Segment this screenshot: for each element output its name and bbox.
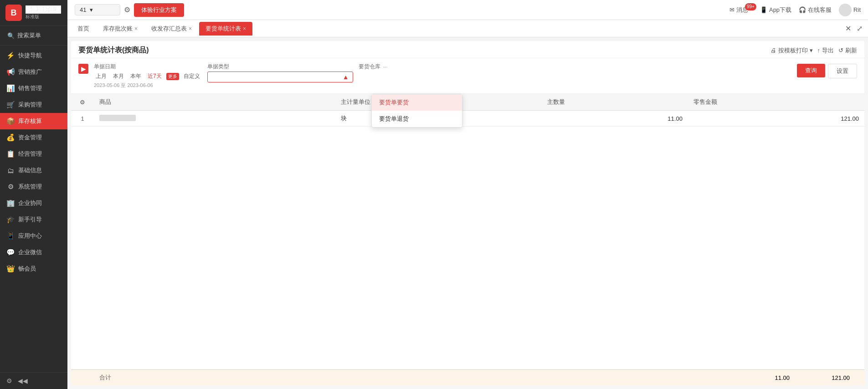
main-area: 41 ▾ ⚙ 体验行业方案 ✉ 消息 99+ 📱 App下载 🎧 在线客服 R [67, 0, 868, 389]
sidebar-item-purchase[interactable]: 🛒 采购管理 [0, 97, 67, 113]
filter-type-label: 单据类型 [207, 63, 353, 71]
query-button[interactable]: 查询 [797, 64, 825, 77]
topbar-left: 41 ▾ ⚙ 体验行业方案 [75, 3, 724, 17]
table-row: 1 块 11.00 121.00 [71, 111, 864, 127]
tab-inout-summary-close[interactable]: × [189, 26, 192, 32]
sidebar-item-operations[interactable]: 📋 经营管理 [0, 146, 67, 162]
topbar-right: ✉ 消息 99+ 📱 App下载 🎧 在线客服 Rit [729, 4, 861, 16]
filter-expand-button[interactable]: ▶ [78, 64, 88, 74]
collapse-sidebar-button[interactable]: ◀◀ [18, 377, 28, 384]
col-qty: 主数量 [542, 94, 688, 111]
sidebar-item-label: 采购管理 [18, 101, 42, 109]
col-settings[interactable]: ⚙ [71, 94, 94, 111]
sidebar-item-quick-nav[interactable]: ⚡ 快捷导航 [0, 47, 67, 64]
sidebar-item-appstore[interactable]: 📱 应用中心 [0, 228, 67, 244]
online-service-label: 在线客服 [808, 6, 832, 14]
filter-type-input-wrap[interactable]: ▲ [207, 72, 353, 82]
date-btn-last-month[interactable]: 上月 [94, 72, 108, 81]
filter-date-label: 单据日期 [94, 63, 202, 71]
tab-batch-ledger-close[interactable]: × [134, 26, 138, 32]
sidebar-item-member[interactable]: 👑 畅会员 [0, 261, 67, 277]
sidebar-item-label: 企业协同 [18, 199, 42, 207]
user-area[interactable]: Rit [839, 4, 861, 16]
settings-footer-button[interactable]: ⚙ [6, 377, 12, 384]
filter-type-group: 单据类型 ▲ 要货单要货 要货单退货 [207, 63, 353, 82]
sidebar-item-basic[interactable]: 🗂 基础信息 [0, 162, 67, 179]
tab-batch-ledger[interactable]: 库存批次账 × [97, 22, 144, 36]
sidebar-item-label: 库存核算 [18, 117, 42, 125]
settings-icon[interactable]: ⚙ [80, 99, 85, 106]
expand-tabs-button[interactable]: ⤢ [855, 22, 864, 35]
topbar-gear-button[interactable]: ⚙ [124, 5, 130, 14]
filter-bar: ▶ 单据日期 上月 本月 本年 近7天 更多 自定义 2023-05-06 至 … [71, 58, 864, 94]
logo-sub: 标准版 [26, 14, 61, 20]
setting-button[interactable]: 设置 [828, 64, 857, 78]
tab-order-stats-close[interactable]: × [243, 26, 246, 32]
export-button[interactable]: ↑ 导出 [817, 46, 834, 55]
refresh-button[interactable]: ↺ 刷新 [838, 46, 857, 55]
online-service-button[interactable]: 🎧 在线客服 [799, 6, 832, 14]
search-menu-label: 搜索菜单 [17, 31, 41, 40]
date-btn-7days[interactable]: 近7天 [146, 72, 164, 81]
sidebar-item-label: 畅会员 [18, 265, 36, 273]
messages-button[interactable]: ✉ 消息 99+ [729, 6, 753, 14]
refresh-icon: ↺ [838, 47, 843, 54]
table-area: ⚙ 商品 主计量单位 主数量 零售金额 1 块 [71, 94, 864, 369]
print-template-button[interactable]: 🖨 按模板打印 ▾ [770, 46, 813, 55]
system-icon: ⚙ [6, 183, 15, 191]
dropdown-item-order[interactable]: 要货单要货 [372, 94, 462, 111]
operations-icon: 📋 [6, 150, 15, 158]
sidebar-item-inventory[interactable]: 📦 库存核算 [0, 113, 67, 129]
company-selector[interactable]: 41 ▾ [75, 4, 120, 15]
chevron-up-icon[interactable]: ▲ [343, 73, 349, 81]
cell-product [94, 111, 335, 127]
tab-inout-summary-label: 收发存汇总表 [151, 25, 187, 33]
warehouse-more-icon[interactable]: ··· [383, 64, 388, 70]
app-download-label: App下载 [769, 6, 791, 14]
date-range: 2023-05-06 至 2023-06-06 [94, 82, 202, 89]
sidebar-item-sales[interactable]: 📊 销售管理 [0, 80, 67, 97]
tab-order-stats[interactable]: 要货单统计表 × [199, 22, 252, 36]
sidebar-item-label: 企业微信 [18, 248, 42, 256]
tab-home-label: 首页 [77, 25, 89, 33]
tab-inout-summary[interactable]: 收发存汇总表 × [145, 22, 198, 36]
date-btn-this-month[interactable]: 本月 [111, 72, 126, 81]
close-tab-button[interactable]: ✕ [843, 22, 853, 35]
sidebar-item-finance[interactable]: 💰 资金管理 [0, 129, 67, 146]
sidebar-item-label: 基础信息 [18, 166, 42, 174]
total-label: 合计 [99, 374, 111, 382]
headset-icon: 🎧 [799, 6, 806, 13]
date-btn-custom[interactable]: 自定义 [182, 72, 202, 81]
print-chevron-icon: ▾ [810, 47, 813, 54]
search-icon: 🔍 [7, 32, 15, 39]
inventory-icon: 📦 [6, 117, 15, 125]
tab-batch-ledger-label: 库存批次账 [103, 25, 133, 33]
logo-main: 畅捷通好生意 [26, 5, 61, 14]
app-download-button[interactable]: 📱 App下载 [760, 6, 791, 14]
sidebar-item-system[interactable]: ⚙ 系统管理 [0, 179, 67, 195]
date-more-badge[interactable]: 更多 [166, 73, 179, 80]
data-table: ⚙ 商品 主计量单位 主数量 零售金额 1 块 [71, 94, 864, 127]
trial-button[interactable]: 体验行业方案 [134, 3, 184, 17]
tab-home[interactable]: 首页 [71, 22, 96, 36]
message-badge: 99+ [745, 3, 756, 10]
sidebar-item-label: 快捷导航 [18, 51, 42, 60]
date-btn-this-year[interactable]: 本年 [128, 72, 143, 81]
sidebar-item-enterprise[interactable]: 🏢 企业协同 [0, 195, 67, 211]
cell-amount: 121.00 [688, 111, 864, 127]
warehouse-label: 要货仓库 [359, 63, 380, 71]
cell-seq: 1 [71, 111, 94, 127]
refresh-label: 刷新 [845, 46, 857, 55]
search-menu-button[interactable]: 🔍 搜索菜单 [5, 30, 63, 41]
page-title: 要货单统计表(按商品) [78, 46, 149, 55]
dropdown-item-return[interactable]: 要货单退货 [372, 111, 462, 127]
sidebar-item-wechat[interactable]: 💬 企业微信 [0, 244, 67, 261]
finance-icon: 💰 [6, 133, 15, 142]
page-header: 要货单统计表(按商品) 🖨 按模板打印 ▾ ↑ 导出 ↺ 刷新 [71, 41, 864, 58]
sidebar-item-marketing[interactable]: 📢 营销推广 [0, 64, 67, 80]
sidebar-item-guide[interactable]: 🎓 新手引导 [0, 211, 67, 228]
filter-type-input[interactable] [211, 74, 343, 81]
sidebar-item-label: 营销推广 [18, 68, 42, 76]
col-amount: 零售金额 [688, 94, 864, 111]
company-value: 41 [80, 6, 86, 13]
